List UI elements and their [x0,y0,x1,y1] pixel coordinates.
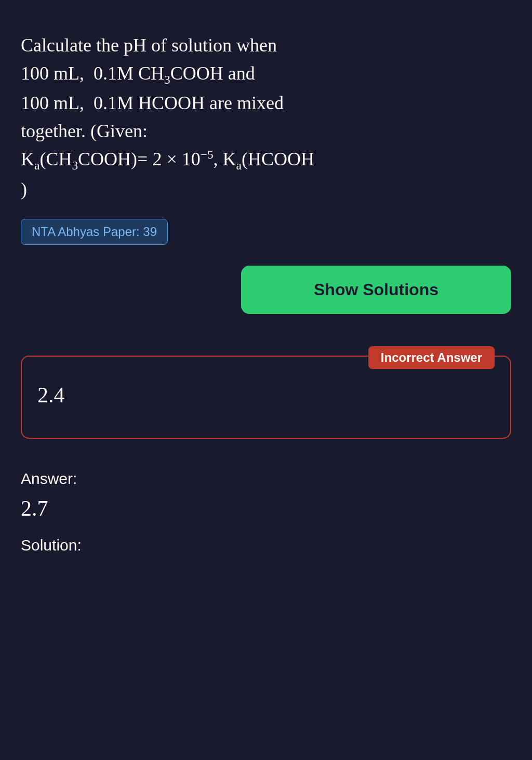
source-tag: NTA Abhyas Paper: 39 [21,219,168,245]
solution-section: Solution: [21,536,511,554]
answer-section: Answer: 2.7 [21,470,511,521]
solution-label: Solution: [21,536,511,554]
question-text: Calculate the pH of solution when 100 mL… [21,31,511,203]
source-tag-label: NTA Abhyas Paper: 39 [32,225,157,239]
incorrect-badge-label: Incorrect Answer [381,350,482,364]
correct-answer-value: 2.7 [21,496,511,521]
show-solutions-label: Show Solutions [314,280,438,299]
user-answer-value: 2.4 [37,372,495,408]
show-solutions-button[interactable]: Show Solutions [241,266,511,314]
question-intro: Calculate the pH of solution when [21,35,277,56]
answer-label: Answer: [21,470,511,488]
user-answer-box: Incorrect Answer 2.4 [21,356,511,439]
incorrect-badge: Incorrect Answer [368,346,495,369]
question-container: Calculate the pH of solution when 100 mL… [21,21,511,565]
